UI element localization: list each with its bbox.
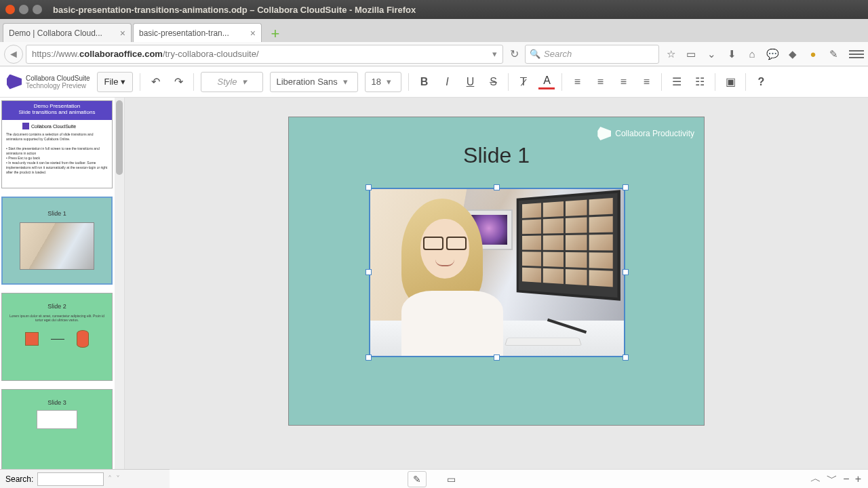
resize-handle-nw[interactable] (366, 184, 372, 190)
find-prev-button[interactable]: ˄ (108, 474, 112, 484)
slide-thumbnail-1[interactable]: Demo Presentation Slide transitions and … (1, 100, 113, 188)
help-button[interactable]: ? (753, 74, 769, 90)
font-color-button[interactable]: A (538, 75, 555, 89)
brand-text: Collabora Productivity (615, 129, 694, 138)
chevron-down-icon: ▾ (387, 77, 391, 87)
resize-handle-sw[interactable] (366, 354, 372, 361)
find-input[interactable] (37, 472, 104, 486)
browser-tabstrip: Demo | Collabora Cloud... × basic-presen… (0, 19, 868, 42)
bullet-list-button[interactable]: ☰ (669, 74, 685, 90)
zoom-out-button[interactable]: − (843, 473, 849, 485)
clear-format-button[interactable]: T̷ (515, 74, 532, 90)
file-menu-button[interactable]: File ▾ (97, 72, 134, 92)
downloads-icon[interactable]: ⬇ (726, 48, 738, 60)
window-maximize-button[interactable] (33, 5, 42, 14)
slide-thumbnail-2[interactable]: Slide 1 (1, 197, 113, 285)
slide-panel-scrollbar[interactable] (115, 98, 124, 469)
resize-handle-n[interactable] (494, 184, 500, 190)
url-prefix: https://www. (32, 49, 79, 59)
separator (408, 73, 409, 91)
home-icon[interactable]: ⌂ (746, 48, 758, 60)
thumb2-image (20, 222, 94, 270)
font-size-combo[interactable]: 18 ▾ (365, 72, 401, 92)
addon1-icon[interactable]: ◆ (787, 48, 799, 60)
chevron-down-icon: ▾ (343, 77, 348, 87)
search-placeholder: Search (544, 49, 572, 59)
reader-icon[interactable]: ▭ (685, 48, 697, 60)
chat-icon[interactable]: 💬 (766, 48, 778, 60)
zoom-in-button[interactable]: + (855, 473, 861, 485)
search-box[interactable]: 🔍 Search (525, 45, 659, 64)
presentation-button[interactable]: ▭ (441, 471, 460, 487)
app-logo: Collabora CloudSuite Technology Preview (7, 75, 90, 89)
url-dropdown-icon[interactable]: ▾ (492, 49, 497, 59)
thumb1-subtitle: Slide transitions and animations (2, 109, 112, 115)
font-size-value: 18 (371, 77, 380, 87)
brand-icon (597, 127, 611, 140)
insert-image-button[interactable]: ▣ (722, 74, 738, 90)
separator (715, 73, 715, 91)
separator (745, 73, 746, 91)
resize-handle-s[interactable] (494, 354, 500, 361)
browser-tab-presentation[interactable]: basic-presentation-tran... × (133, 23, 262, 42)
window-title: basic-presentation-transitions-animation… (53, 5, 416, 15)
addon3-icon[interactable]: ✎ (827, 48, 840, 60)
align-justify-button[interactable]: ≡ (638, 74, 654, 90)
find-label: Search: (5, 474, 33, 484)
find-next-button[interactable]: ˅ (116, 474, 120, 484)
number-list-button[interactable]: ☷ (692, 74, 708, 90)
underline-button[interactable]: U (462, 74, 478, 90)
addon2-icon[interactable]: ● (807, 48, 819, 60)
scroll-down-button[interactable]: ﹀ (827, 472, 837, 486)
separator (661, 73, 662, 91)
logo-text-top: Collabora CloudSuite (26, 75, 90, 82)
current-slide: Collabora Productivity Slide 1 (288, 117, 705, 426)
window-close-button[interactable] (5, 5, 15, 14)
window-titlebar: basic-presentation-transitions-animation… (0, 0, 868, 19)
font-family-combo[interactable]: Liberation Sans ▾ (270, 72, 358, 92)
pocket-icon[interactable]: ⌄ (705, 48, 717, 60)
browser-tab-demo[interactable]: Demo | Collabora Cloud... × (3, 23, 132, 42)
bookmark-star-icon[interactable]: ☆ (665, 48, 677, 60)
url-path: /try-collabora-cloudsuite/ (163, 49, 259, 59)
style-combo[interactable]: Style ▾ (201, 72, 263, 92)
slide-title: Slide 1 (289, 143, 704, 168)
undo-button[interactable]: ↶ (147, 74, 163, 90)
redo-button[interactable]: ↷ (170, 74, 186, 90)
window-minimize-button[interactable] (19, 5, 28, 14)
url-host: collaboraoffice.com (79, 49, 163, 59)
slide-thumbnail-3[interactable]: Slide 2 Lorem ipsum dolor sit amet, cons… (1, 293, 113, 381)
tab-label: Demo | Collabora Cloud... (9, 28, 116, 38)
font-family-value: Liberation Sans (276, 77, 337, 87)
separator (508, 73, 509, 91)
logo-icon (7, 75, 22, 89)
reload-button[interactable]: ↻ (506, 47, 522, 60)
thumb1-body: The document contains a selection of sli… (2, 131, 112, 176)
back-button[interactable]: ◄ (4, 45, 23, 64)
separator (193, 73, 194, 91)
close-tab-icon[interactable]: × (250, 28, 256, 39)
resize-handle-se[interactable] (623, 354, 629, 361)
thumb4-title: Slide 3 (47, 399, 66, 406)
close-tab-icon[interactable]: × (120, 28, 125, 39)
bold-button[interactable]: B (416, 74, 432, 90)
menu-button[interactable] (849, 50, 864, 58)
resize-handle-w[interactable] (366, 269, 372, 275)
edit-mode-button[interactable]: ✎ (408, 471, 427, 487)
search-icon: 🔍 (530, 49, 540, 59)
scroll-up-button[interactable]: ︿ (810, 472, 821, 486)
align-right-button[interactable]: ≡ (615, 74, 631, 90)
app-toolbar: Collabora CloudSuite Technology Preview … (0, 66, 868, 98)
italic-button[interactable]: I (439, 74, 455, 90)
align-left-button[interactable]: ≡ (569, 74, 585, 90)
align-center-button[interactable]: ≡ (592, 74, 608, 90)
slide-thumbnail-4[interactable]: Slide 3 (1, 389, 113, 469)
strikethrough-button[interactable]: S (485, 74, 501, 90)
new-tab-button[interactable]: + (267, 26, 283, 42)
resize-handle-e[interactable] (623, 269, 629, 275)
selected-image[interactable] (369, 188, 625, 357)
chevron-down-icon: ▾ (242, 77, 247, 87)
slide-canvas[interactable]: Collabora Productivity Slide 1 (125, 98, 868, 469)
resize-handle-ne[interactable] (623, 184, 629, 190)
address-bar[interactable]: https://www.collaboraoffice.com/try-coll… (26, 45, 503, 64)
